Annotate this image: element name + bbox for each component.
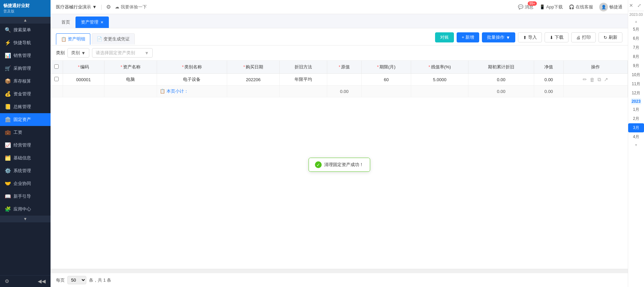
sidebar-item-采购管理[interactable]: 🛒采购管理 <box>0 62 51 75</box>
row-checkbox[interactable] <box>54 77 59 81</box>
app-download-btn[interactable]: 📱 App下载 <box>540 4 563 10</box>
new-button[interactable]: + 新增 <box>457 32 479 42</box>
month-item[interactable]: 1月 <box>628 105 644 114</box>
select-all-checkbox[interactable] <box>54 64 59 69</box>
company-selector[interactable]: 医疗器械行业演示 ▼ <box>56 4 97 10</box>
sidebar-item-系统管理[interactable]: ⚙️系统管理 <box>0 164 51 177</box>
month-item[interactable]: 10月 <box>628 70 644 79</box>
sidebar-item-新手引导[interactable]: 📖新手引导 <box>0 190 51 203</box>
panel-expand-icon[interactable]: ⤢ <box>636 2 643 9</box>
sidebar-item-搜索菜单[interactable]: 🔍搜索菜单 <box>0 24 51 36</box>
category-type-select[interactable]: 类别 ▼ <box>67 48 89 58</box>
sidebar-label: 企业协同 <box>13 181 31 187</box>
sidebar-label: 应用中心 <box>13 206 31 212</box>
sidebar-icon: 🛒 <box>5 65 11 71</box>
right-panel: ✕ ⤢ 2023.03 ▲5月6月7月8月9月10月11月12月20231月2月… <box>628 0 644 287</box>
sidebar-label: 采购管理 <box>13 65 31 71</box>
content-area: 📋 资产明细 📄 变更生成凭证 对账 + 新增 批量操作 ▼ ⬆ <box>51 28 628 287</box>
sidebar-item-企业协同[interactable]: 🤝企业协同 <box>0 177 51 190</box>
row-checkbox-cell[interactable] <box>51 74 63 86</box>
per-page-select[interactable]: 50 10 20 100 <box>67 276 86 284</box>
topbar-sep: | <box>101 4 102 10</box>
sidebar-label: 经营管理 <box>13 142 31 148</box>
month-item[interactable]: 3月 <box>628 123 644 132</box>
sidebar-item-销售管理[interactable]: 📊销售管理 <box>0 49 51 62</box>
settings-icon[interactable]: ⚙ <box>5 278 9 284</box>
col-code: *编码 <box>63 61 104 74</box>
month-item[interactable]: 11月 <box>628 79 644 89</box>
horizontal-scrollbar[interactable] <box>51 269 628 273</box>
select-all-header[interactable] <box>51 61 63 74</box>
cell-initial-depreciation: 0.00 <box>468 74 534 86</box>
month-item[interactable]: 2月 <box>628 114 644 123</box>
user-name: 畅捷通 <box>609 4 622 10</box>
month-list: ▲5月6月7月8月9月10月11月12月20231月2月3月4月▼ <box>628 18 644 149</box>
tab-close-icon[interactable]: ✕ <box>100 20 103 25</box>
message-badge: 99+ <box>528 1 537 6</box>
download-button[interactable]: ⬇ 下载 <box>545 32 569 42</box>
sidebar-item-应用中心[interactable]: 🧩应用中心 <box>0 203 51 216</box>
sidebar-item-总账管理[interactable]: 📒总账管理 <box>0 100 51 113</box>
experience-btn[interactable]: ☁ 我要体验一下 <box>115 4 147 10</box>
month-item[interactable]: 7月 <box>628 43 644 52</box>
edit-icon[interactable]: ✏ <box>583 76 587 83</box>
reconcile-button[interactable]: 对账 <box>435 32 454 42</box>
inner-tab-asset-detail-label: 资产明细 <box>68 36 85 42</box>
copy-icon[interactable]: ⧉ <box>597 76 601 83</box>
cell-original-value <box>327 74 361 86</box>
sidebar-label: 搜索菜单 <box>13 27 31 33</box>
refresh-button[interactable]: ↻ 刷新 <box>599 32 622 42</box>
cell-depreciation-method: 年限平均 <box>279 74 327 86</box>
month-item[interactable]: 9月 <box>628 61 644 70</box>
delete-icon[interactable]: 🗑 <box>590 77 595 83</box>
batch-ops-button[interactable]: 批量操作 ▼ <box>482 32 515 42</box>
user-btn[interactable]: 👤 畅捷通 <box>599 3 622 11</box>
company-dropdown-icon: ▼ <box>92 4 97 9</box>
sidebar-label: 快捷导航 <box>13 40 31 46</box>
category-value-select[interactable]: 请选择固定资产类别 ▼ <box>92 48 153 58</box>
sidebar-item-经营管理[interactable]: 📈经营管理 <box>0 139 51 152</box>
col-initial-depreciation: 期初累计折旧 <box>468 61 534 74</box>
print-button[interactable]: 🖨 打印 <box>571 32 596 42</box>
import-button[interactable]: ⬆ 导入 <box>518 32 542 42</box>
message-btn[interactable]: 💬 消息 99+ <box>518 4 533 10</box>
sidebar-item-库存核算[interactable]: 📦库存核算 <box>0 75 51 88</box>
tab-home[interactable]: 首页 <box>56 17 75 28</box>
col-net-value: 净值 <box>534 61 563 74</box>
sidebar-item-工资[interactable]: 💼工资 <box>0 126 51 139</box>
category-filter-label: 类别 <box>56 50 65 56</box>
panel-close-icon[interactable]: ✕ <box>628 2 635 9</box>
settings-gear-icon[interactable]: ⚙ <box>106 4 111 10</box>
sidebar-icon: 📦 <box>5 78 11 84</box>
cell-operations[interactable]: ✏ 🗑 ⧉ ↗ <box>563 74 627 86</box>
sidebar-scroll-down[interactable]: ▼ <box>0 216 51 222</box>
sidebar-scroll-up[interactable]: ▲ <box>0 17 51 24</box>
sidebar-item-快捷导航[interactable]: ⚡快捷导航 <box>0 36 51 49</box>
inner-tab-asset-detail[interactable]: 📋 资产明细 <box>56 33 90 45</box>
app-version: 普及版 <box>3 9 30 14</box>
subtotal-original-value: 0.00 <box>327 86 361 97</box>
sidebar-icon: 💼 <box>5 129 11 135</box>
sidebar-item-资金管理[interactable]: 💰资金管理 <box>0 88 51 100</box>
month-item[interactable]: 4月 <box>628 132 644 141</box>
table-row: 000001 电脑 电子设备 202206 年限平均 60 5.0000 0.0… <box>51 74 628 86</box>
col-period: *期限(月) <box>362 61 411 74</box>
collapse-icon[interactable]: ◀◀ <box>38 278 46 284</box>
main-area: 医疗器械行业演示 ▼ | ⚙ ☁ 我要体验一下 💬 消息 99+ 📱 App下载… <box>51 0 628 287</box>
more-icon[interactable]: ↗ <box>604 76 608 83</box>
month-scroll-up[interactable]: ▲ <box>628 18 644 25</box>
sidebar-item-基础信息[interactable]: 🗂️基础信息 <box>0 152 51 164</box>
sidebar-item-固定资产[interactable]: 🏛️固定资产 <box>0 113 51 126</box>
inner-tab-change-voucher[interactable]: 📄 变更生成凭证 <box>92 33 135 44</box>
print-icon: 🖨 <box>576 35 581 40</box>
tab-asset-management[interactable]: 资产管理 ✕ <box>75 17 109 28</box>
month-scroll-down[interactable]: ▼ <box>628 141 644 149</box>
sidebar-label: 销售管理 <box>13 53 31 59</box>
online-service-btn[interactable]: 🎧 在线客服 <box>569 4 593 10</box>
inner-tabs: 📋 资产明细 📄 变更生成凭证 对账 + 新增 批量操作 ▼ ⬆ <box>51 28 628 45</box>
month-item[interactable]: 8月 <box>628 52 644 61</box>
month-item[interactable]: 12月 <box>628 89 644 98</box>
month-item[interactable]: 6月 <box>628 34 644 43</box>
month-item[interactable]: 5月 <box>628 25 644 34</box>
sidebar-label: 系统管理 <box>13 168 31 174</box>
